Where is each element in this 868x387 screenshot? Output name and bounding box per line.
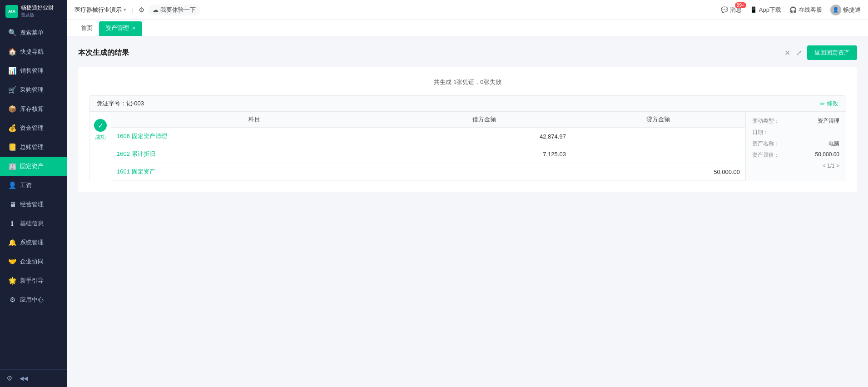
logo-text: 畅捷通好业财 <box>21 5 54 12</box>
row-debit-2: 7,125.03 <box>397 145 571 163</box>
change-type-row: 变动类型： 资产清理 <box>752 117 839 125</box>
sidebar-item-apps[interactable]: ⚙ 应用中心 <box>0 290 67 309</box>
col-subject: 科目 <box>111 112 397 128</box>
row-credit-1 <box>571 128 745 145</box>
voucher-number: 凭证字号：记-003 <box>97 99 144 108</box>
return-button[interactable]: 返回固定资产 <box>807 45 857 60</box>
operations-icon: 🖥 <box>8 200 16 208</box>
sidebar-item-operations[interactable]: 🖥 经营管理 <box>0 195 67 214</box>
sidebar-item-label: 企业协同 <box>20 258 44 266</box>
sidebar-item-basic-info[interactable]: ℹ 基础信息 <box>0 214 67 233</box>
trial-button[interactable]: ☁ 我要体验一下 <box>148 5 200 15</box>
fixed-assets-icon: 🏢 <box>8 162 16 170</box>
sidebar-menu: 🔍 搜索菜单 🏠 快捷导航 📊 销售管理 🛒 采购管理 📦 库存核算 💰 资金管… <box>0 23 67 369</box>
sidebar-item-label: 新手引导 <box>20 277 44 285</box>
settings-icon[interactable]: ⚙ <box>139 6 144 14</box>
sidebar-item-label: 销售管理 <box>20 67 44 75</box>
voucher-side-info: 变动类型： 资产清理 日期： 资产名称： 电脑 资产原值： <box>746 112 846 181</box>
tab-asset-mgmt[interactable]: 资产管理 ✕ <box>99 21 142 36</box>
tab-home[interactable]: 首页 <box>74 21 99 36</box>
user-profile[interactable]: 👤 畅捷通 <box>830 5 861 15</box>
sidebar-bottom: ⚙ ◀◀ <box>0 369 67 387</box>
funds-icon: 💰 <box>8 124 16 132</box>
tab-home-label: 首页 <box>81 24 93 32</box>
row-subject-3: 1601 固定资产 <box>111 163 397 181</box>
sidebar-item-label: 采购管理 <box>20 86 44 94</box>
sidebar-logo: AtA 畅捷通好业财 普及版 <box>0 0 67 23</box>
home-icon: 🏠 <box>8 48 16 56</box>
sidebar-item-ledger[interactable]: 📒 总账管理 <box>0 138 67 157</box>
row-credit-2 <box>571 145 745 163</box>
sidebar-item-sales[interactable]: 📊 销售管理 <box>0 61 67 80</box>
asset-value-label: 资产原值： <box>752 151 779 159</box>
sidebar-item-fixed-assets[interactable]: 🏢 固定资产 <box>0 157 67 176</box>
sidebar-item-label: 总账管理 <box>20 143 44 151</box>
check-circle-icon: ✓ <box>94 119 107 132</box>
logo-sub: 普及版 <box>21 12 54 18</box>
change-type-value: 资产清理 <box>818 117 839 125</box>
row-subject-1: 1606 固定资产清理 <box>111 128 397 145</box>
guide-icon: 🌟 <box>8 277 16 285</box>
purchase-icon: 🛒 <box>8 86 16 94</box>
company-selector[interactable]: 医疗器械行业演示 ▾ <box>74 6 126 14</box>
change-type-label: 变动类型： <box>752 117 779 125</box>
pagination[interactable]: < 1/1 > <box>752 163 839 169</box>
success-label: 成功 <box>95 134 106 141</box>
sidebar-item-label: 应用中心 <box>20 296 44 304</box>
tab-close-icon[interactable]: ✕ <box>132 25 136 31</box>
col-credit: 贷方金额 <box>571 112 745 128</box>
basic-info-icon: ℹ <box>8 219 16 228</box>
voucher-table-wrapper: 科目 借方金额 贷方金额 1606 固定资产清理 42,874.97 <box>111 112 745 181</box>
edit-button[interactable]: ✏ 修改 <box>820 99 838 108</box>
sidebar-item-label: 基础信息 <box>20 219 44 228</box>
tab-asset-mgmt-label: 资产管理 <box>105 24 129 32</box>
settings-bottom-icon[interactable]: ⚙ <box>6 374 12 382</box>
expand-icon[interactable]: ⤢ <box>796 49 802 57</box>
message-icon: 💬 <box>721 6 728 13</box>
payroll-icon: 👤 <box>8 181 16 189</box>
sidebar-item-inventory[interactable]: 📦 库存核算 <box>0 99 67 119</box>
sidebar-item-label: 工资 <box>20 181 32 189</box>
inventory-icon: 📦 <box>8 105 16 113</box>
company-name: 医疗器械行业演示 <box>74 6 122 14</box>
row-debit-3 <box>397 163 571 181</box>
message-badge: 99+ <box>735 2 746 8</box>
sidebar-item-purchase[interactable]: 🛒 采购管理 <box>0 80 67 99</box>
sidebar-item-label: 快捷导航 <box>20 48 44 56</box>
online-service-button[interactable]: 🎧 在线客服 <box>789 6 822 14</box>
collapse-icon[interactable]: ◀◀ <box>20 375 28 382</box>
sidebar-item-guide[interactable]: 🌟 新手引导 <box>0 271 67 290</box>
sidebar-item-funds[interactable]: 💰 资金管理 <box>0 119 67 138</box>
sidebar-item-quick-nav[interactable]: 🏠 快捷导航 <box>0 42 67 61</box>
close-panel-icon[interactable]: ✕ <box>784 49 790 57</box>
topbar-left: 医疗器械行业演示 ▾ | ⚙ ☁ 我要体验一下 <box>74 5 200 15</box>
topbar-divider: | <box>132 6 133 13</box>
sidebar-item-payroll[interactable]: 👤 工资 <box>0 176 67 195</box>
voucher-table: 科目 借方金额 贷方金额 1606 固定资产清理 42,874.97 <box>111 112 745 181</box>
message-button[interactable]: 💬 消息 99+ <box>721 6 742 14</box>
search-icon: 🔍 <box>8 29 16 37</box>
asset-value-row: 资产原值： 50,000.00 <box>752 151 839 159</box>
sales-icon: 📊 <box>8 67 16 75</box>
sidebar-item-search[interactable]: 🔍 搜索菜单 <box>0 23 67 42</box>
edit-label: 修改 <box>827 99 838 108</box>
main-area: 医疗器械行业演示 ▾ | ⚙ ☁ 我要体验一下 💬 消息 99+ 📱 App下载… <box>67 0 868 387</box>
sidebar-item-cooperation[interactable]: 🤝 企业协同 <box>0 252 67 271</box>
dropdown-icon: ▾ <box>124 7 126 13</box>
avatar: 👤 <box>830 5 841 15</box>
edit-icon: ✏ <box>820 100 825 107</box>
table-row: 1601 固定资产 50,000.00 <box>111 163 745 181</box>
sidebar-item-system[interactable]: 🔔 系统管理 <box>0 233 67 252</box>
online-service-label: 在线客服 <box>799 6 822 14</box>
app-download-button[interactable]: 📱 App下载 <box>750 6 781 14</box>
voucher-header: 凭证字号：记-003 ✏ 修改 <box>89 96 846 112</box>
asset-value-value: 50,000.00 <box>815 151 839 159</box>
result-box: 共生成 1张凭证，0张失败 凭证字号：记-003 ✏ 修改 <box>78 67 857 192</box>
sidebar: AtA 畅捷通好业财 普及版 🔍 搜索菜单 🏠 快捷导航 📊 销售管理 🛒 采购… <box>0 0 67 387</box>
success-mark: ✓ 成功 <box>89 112 111 181</box>
asset-name-row: 资产名称： 电脑 <box>752 140 839 148</box>
tabs-bar: 首页 资产管理 ✕ <box>67 20 868 36</box>
sidebar-item-label: 固定资产 <box>20 162 44 170</box>
main-content: 本次生成的结果 ✕ ⤢ 返回固定资产 共生成 1张凭证，0张失败 凭证字号：记-… <box>67 36 868 387</box>
cooperation-icon: 🤝 <box>8 258 16 266</box>
